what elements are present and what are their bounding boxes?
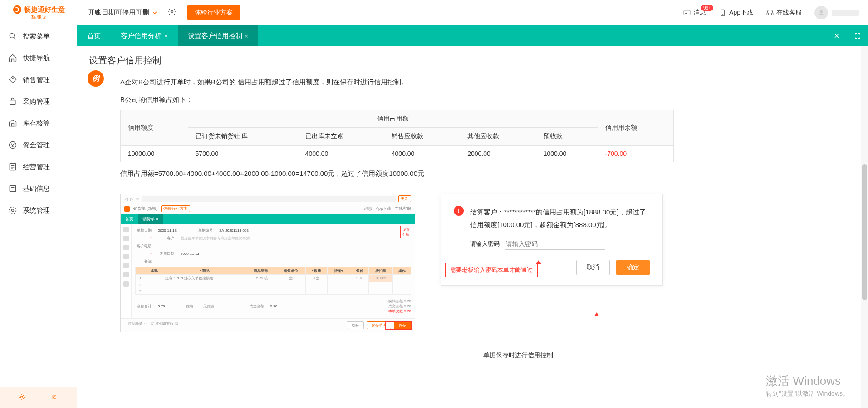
credit-warning-dialog-screenshot: ! 结算客户：************的信用占用额为[1888.00元]，超过了… [441, 194, 663, 286]
dialog-message: 结算客户：************的信用占用额为[1888.00元]，超过了信用… [470, 206, 650, 231]
mini-screenshot-voucher: ◁▷⟳更新 销货单 [新增]体验行业方案消息App下载在线客服 首页销货单 × … [120, 194, 415, 332]
th-c5: 预收款 [536, 128, 598, 146]
dialog-cancel-button[interactable]: 取消 [576, 260, 610, 275]
home-icon [8, 53, 17, 63]
list-icon [8, 184, 17, 193]
search-icon [8, 32, 17, 41]
credit-table: 信用额度 信用占用额 信用用余额 已订货未销货/出库 已出库未立账 销售应收款 … [120, 110, 674, 162]
svg-point-4 [722, 14, 723, 15]
messages-badge: 99+ [701, 5, 713, 11]
th-c4: 其他应收款 [460, 128, 536, 146]
sidebar-purchase[interactable]: 采购管理 [0, 91, 77, 112]
svg-rect-10 [10, 100, 15, 105]
th-quota: 信用额度 [121, 110, 188, 146]
svg-point-15 [10, 207, 16, 214]
yen-icon [8, 141, 17, 150]
table-row: 10000.00 5700.00 4000.00 4000.00 2000.00… [121, 146, 674, 162]
example-lead-text: A企对B公司进行开单时，如果B公司的 信用占用额超过了信用额度，则在保存时进行信… [120, 75, 845, 87]
account-date-dropdown[interactable]: 开账日期可停用可删 [88, 8, 157, 17]
svg-point-16 [12, 209, 14, 212]
tab-set-customer-credit-control[interactable]: 设置客户信用控制× [178, 25, 259, 46]
password-label: 请输入密码 [470, 240, 500, 248]
user-name[interactable] [832, 10, 859, 16]
formula-text: 信用占用额=5700.00+4000.00+4000.00+2000.00-10… [120, 170, 845, 178]
warning-icon: ! [454, 206, 464, 216]
highlight-save-button [385, 321, 412, 330]
sidebar-basic-info[interactable]: 基础信息 [0, 178, 77, 199]
phone-icon [719, 9, 727, 17]
sidebar: 搜索菜单 快捷导航 销售管理 采购管理 库存核算 资金管理 经营管理 基础信息 … [0, 25, 77, 408]
brand-edition: 标准版 [31, 14, 46, 20]
th-c2: 已出库未立账 [298, 128, 384, 146]
messages-link[interactable]: 消息 99+ [683, 9, 706, 17]
th-c1: 已订货未销货/出库 [188, 128, 298, 146]
dropdown-label: 开账日期可停用可删 [88, 8, 149, 17]
page-title: 设置客户信用控制 [89, 54, 856, 67]
settings-gear-icon[interactable] [167, 7, 177, 18]
tab-fullscreen-button[interactable] [847, 25, 868, 46]
tab-customer-credit-analysis[interactable]: 客户信用分析× [111, 25, 178, 46]
bag-icon [8, 97, 17, 106]
user-icon [817, 9, 825, 17]
sidebar-footer [0, 387, 77, 408]
svg-rect-14 [10, 185, 15, 191]
tag-icon [8, 75, 17, 84]
save-caption: 单据保存时进行信用控制 [483, 351, 553, 359]
dialog-confirm-button[interactable]: 确定 [616, 260, 650, 275]
example-panel: 例 A企对B公司进行开单时，如果B公司的 信用占用额超过了信用额度，则在保存时进… [89, 75, 856, 350]
example-sub-text: B公司的信用额占如下： [120, 96, 845, 104]
sidebar-inventory[interactable]: 库存核算 [0, 112, 77, 134]
tab-close-icon[interactable]: × [245, 33, 249, 39]
svg-point-17 [21, 396, 23, 398]
chevron-down-icon [152, 10, 157, 15]
svg-rect-6 [772, 13, 773, 15]
svg-rect-2 [684, 10, 690, 15]
svg-point-1 [171, 11, 173, 13]
sidebar-quick-nav[interactable]: 快捷导航 [0, 47, 77, 69]
app-download-link[interactable]: App下载 [719, 9, 753, 17]
tab-home[interactable]: 首页 [77, 25, 111, 46]
tab-close-all-button[interactable] [826, 25, 847, 46]
svg-rect-13 [10, 164, 15, 170]
online-cs-link[interactable]: 在线客服 [766, 9, 802, 17]
headset-icon [766, 9, 774, 17]
warehouse-icon [8, 119, 17, 128]
report-icon [8, 162, 17, 171]
brand: 畅捷通好生意 标准版 [0, 0, 77, 25]
callout-password-hint: 需要老板输入密码本单才能通过 [445, 263, 538, 277]
sidebar-collapse-icon[interactable] [51, 393, 59, 403]
tabstrip: 首页 客户信用分析× 设置客户信用控制× [77, 25, 868, 46]
content-scrollbar[interactable] [861, 46, 868, 408]
sidebar-settings-icon[interactable] [18, 393, 26, 403]
svg-rect-11 [12, 124, 14, 126]
sidebar-sales[interactable]: 销售管理 [0, 69, 77, 91]
svg-point-8 [10, 33, 14, 38]
experience-industry-button[interactable]: 体验行业方案 [187, 5, 240, 20]
th-c3: 销售应收款 [384, 128, 460, 146]
th-remain: 信用用余额 [598, 110, 673, 146]
sidebar-system[interactable]: 系统管理 [0, 199, 77, 221]
user-avatar[interactable] [814, 6, 828, 19]
example-badge: 例 [88, 70, 104, 87]
sidebar-business[interactable]: 经营管理 [0, 156, 77, 178]
svg-rect-5 [767, 13, 768, 15]
system-icon [8, 206, 17, 215]
message-icon [683, 9, 691, 17]
tab-close-icon[interactable]: × [164, 33, 168, 39]
th-used-group: 信用占用额 [188, 110, 598, 128]
brand-logo-icon [12, 5, 22, 15]
svg-point-9 [12, 78, 14, 79]
svg-point-7 [820, 10, 823, 13]
svg-point-0 [13, 5, 21, 14]
brand-name: 畅捷通好生意 [24, 5, 65, 14]
sidebar-search[interactable]: 搜索菜单 [0, 25, 77, 47]
password-input[interactable] [505, 238, 605, 250]
topbar: 畅捷通好生意 标准版 开账日期可停用可删 体验行业方案 消息 99+ App下载 [0, 0, 868, 25]
content-scroll-area: 设置客户信用控制 例 A企对B公司进行开单时，如果B公司的 信用占用额超过了信用… [77, 46, 868, 408]
sidebar-funds[interactable]: 资金管理 [0, 134, 77, 156]
